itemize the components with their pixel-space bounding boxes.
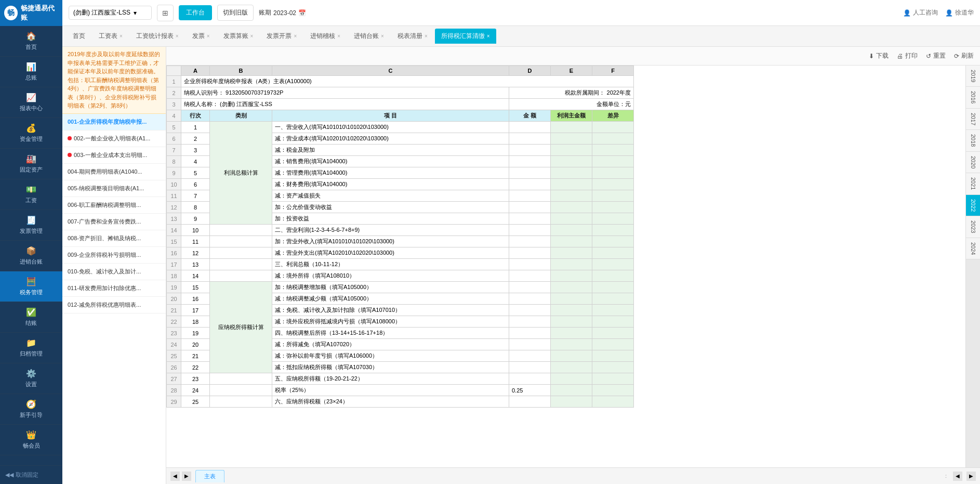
tab-home[interactable]: 首页	[67, 29, 91, 44]
scroll-right-button[interactable]: ▶	[966, 472, 976, 481]
form-item-005[interactable]: 005-纳税调整项目明细表(A1...	[62, 180, 166, 197]
close-icon[interactable]: ×	[120, 33, 123, 39]
year-2018[interactable]: 2018	[966, 130, 980, 151]
reset-icon: ↺	[926, 53, 931, 60]
sidebar-toggle[interactable]: ◀◀ 取消固定	[0, 465, 62, 484]
form-item-010[interactable]: 010-免税、减计收入及加计...	[62, 264, 166, 280]
close-icon[interactable]: ×	[381, 33, 384, 39]
purchase-icon: 📦	[26, 246, 36, 256]
year-2020[interactable]: 2020	[966, 152, 980, 173]
year-2016[interactable]: 2016	[966, 87, 980, 108]
col-f-header: 差异	[592, 110, 634, 122]
reset-button[interactable]: ↺ 重置	[926, 51, 946, 60]
year-2023[interactable]: 2023	[966, 216, 980, 238]
tab-invoice-calc[interactable]: 发票算账 ×	[217, 29, 260, 44]
next-sheet-button[interactable]: ▶	[182, 472, 191, 481]
sidebar-item-member[interactable]: 👑 畅会员	[0, 425, 62, 455]
tab-salary-report[interactable]: 工资统计报表 ×	[130, 29, 185, 44]
left-panel: 2019年度步及取以前年度延续数据的申报表单元格需要手工维护正确，才能保证本年及…	[62, 47, 166, 484]
sidebar-item-archive[interactable]: 📁 归档管理	[0, 333, 62, 363]
year-2024[interactable]: 2024	[966, 238, 980, 259]
sidebar-item-asset[interactable]: 🏭 固定资产	[0, 149, 62, 179]
user-avatar[interactable]: 👤 徐道华	[945, 8, 974, 17]
sidebar-footer-label: 取消固定	[16, 471, 38, 479]
sidebar-item-tax[interactable]: 🧮 税务管理	[0, 271, 62, 302]
form-item-label: 012-减免所得税优惠明细表...	[68, 301, 141, 309]
sidebar-nav: 🏠 首页 📊 总账 📈 报表中心 💰 资金管理 🏭 固定资产 💵 工资 🧾 发票…	[0, 26, 62, 465]
scroll-left-button[interactable]: ◀	[953, 472, 962, 481]
tab-salary[interactable]: 工资表 ×	[92, 29, 129, 44]
logo-icon: 畅	[4, 6, 18, 20]
form-item-003[interactable]: 003-一般企业成本支出明细...	[62, 147, 166, 164]
table-row: 19 15 应纳税所得额计算 加：纳税调整增加额（填写A105000）	[167, 282, 634, 293]
form-item-007[interactable]: 007-广告费和业务宣传费跌...	[62, 214, 166, 230]
sidebar-item-label: 发票管理	[20, 227, 43, 235]
sidebar-item-label: 归档管理	[20, 350, 43, 358]
sidebar-item-purchase[interactable]: 📦 进销台账	[0, 241, 62, 271]
spreadsheet-wrap[interactable]: A B C D E F 1 企业所	[166, 66, 965, 467]
close-icon[interactable]: ×	[250, 33, 254, 39]
copy-icon-btn[interactable]: ⊞	[157, 5, 174, 21]
tab-invoice[interactable]: 发票 ×	[186, 29, 216, 44]
company-selector[interactable]: (勿删) 江西服宝-LSS ▾	[69, 6, 152, 20]
close-icon[interactable]: ×	[425, 33, 428, 39]
year-2021[interactable]: 2021	[966, 173, 980, 194]
sidebar-item-report[interactable]: 📈 报表中心	[0, 87, 62, 118]
sidebar-item-home[interactable]: 🏠 首页	[0, 26, 62, 57]
warning-bar: 2019年度步及取以前年度延续数据的申报表单元格需要手工维护正确，才能保证本年及…	[62, 47, 166, 114]
sidebar-item-guide[interactable]: 🧭 新手引导	[0, 394, 62, 425]
col-header-c: C	[272, 66, 509, 76]
form-item-008[interactable]: 008-资产折旧、摊销及纳税...	[62, 230, 166, 247]
sidebar-item-closing[interactable]: ✅ 结账	[0, 302, 62, 333]
form-item-012[interactable]: 012-减免所得税优惠明细表...	[62, 297, 166, 313]
ai-consult-btn[interactable]: 👤 人工咨询	[903, 8, 938, 17]
error-dot	[68, 136, 72, 140]
col-a-header: 行次	[181, 110, 210, 122]
ledger-icon: 📊	[26, 62, 36, 72]
form-item-001[interactable]: 001-企业所得税年度纳税申报...	[62, 114, 166, 130]
tab-purchase-ledger[interactable]: 进销台账 ×	[348, 29, 390, 44]
year-2017[interactable]: 2017	[966, 109, 980, 130]
sidebar-item-label: 新手引导	[20, 411, 43, 419]
form-item-004[interactable]: 004-期间费用明细表(A1040...	[62, 164, 166, 180]
year-2019[interactable]: 2019	[966, 66, 980, 87]
sidebar-item-label: 资金管理	[20, 135, 43, 143]
sidebar-item-ledger[interactable]: 📊 总账	[0, 57, 62, 87]
invoice-icon: 🧾	[26, 215, 36, 225]
close-icon[interactable]: ×	[337, 33, 340, 39]
switch-version-button[interactable]: 切到旧版	[217, 5, 254, 21]
table-row: 5 1 利润总额计算 一、营业收入(填写A101010\101020\10300…	[167, 122, 634, 133]
form-item-002[interactable]: 002-一般企业收入明细表(A1...	[62, 130, 166, 147]
download-button[interactable]: ⬇ 下载	[869, 51, 889, 60]
close-icon[interactable]: ×	[176, 33, 179, 39]
tab-purchase-check[interactable]: 进销稽核 ×	[304, 29, 347, 44]
close-icon[interactable]: ×	[487, 33, 490, 39]
closing-icon: ✅	[26, 307, 36, 317]
sidebar-item-salary[interactable]: 💵 工资	[0, 179, 62, 210]
form-item-006[interactable]: 006-职工薪酬纳税调整明细...	[62, 197, 166, 214]
calendar-icon: 📅	[298, 9, 306, 17]
sidebar-item-invoice[interactable]: 🧾 发票管理	[0, 210, 62, 241]
close-icon[interactable]: ×	[294, 33, 297, 39]
close-icon[interactable]: ×	[207, 33, 210, 39]
form-item-009[interactable]: 009-企业所得税补亏损明细...	[62, 247, 166, 264]
sidebar-footer-icon: ◀◀	[5, 472, 14, 478]
year-2022[interactable]: 2022	[966, 195, 980, 216]
tab-invoice-open[interactable]: 发票开票 ×	[260, 29, 303, 44]
sidebar-item-settings[interactable]: ⚙️ 设置	[0, 363, 62, 394]
sidebar-item-fund[interactable]: 💰 资金管理	[0, 118, 62, 149]
col-header-abc: A	[181, 66, 210, 76]
form-item-011[interactable]: 011-研发费用加计扣除优惠...	[62, 280, 166, 297]
workbench-button[interactable]: 工作台	[179, 5, 212, 20]
prev-sheet-button[interactable]: ◀	[170, 472, 180, 481]
print-button[interactable]: 🖨 打印	[897, 51, 918, 60]
ai-icon: 👤	[903, 9, 911, 17]
tab-tax-list[interactable]: 税表清册 ×	[391, 29, 434, 44]
tab-income-tax[interactable]: 所得税汇算清缴 ×	[435, 29, 496, 44]
download-icon: ⬇	[869, 53, 874, 60]
sheet-tab-main[interactable]: 主表	[195, 470, 224, 482]
right-panel: ⬇ 下载 🖨 打印 ↺ 重置 ⟳ 刷新	[166, 47, 980, 484]
sidebar: 畅 畅捷通易代账 🏠 首页 📊 总账 📈 报表中心 💰 资金管理 🏭 固定资产 …	[0, 0, 62, 484]
refresh-button[interactable]: ⟳ 刷新	[954, 51, 974, 60]
form-item-label: 002-一般企业收入明细表(A1...	[74, 135, 150, 142]
